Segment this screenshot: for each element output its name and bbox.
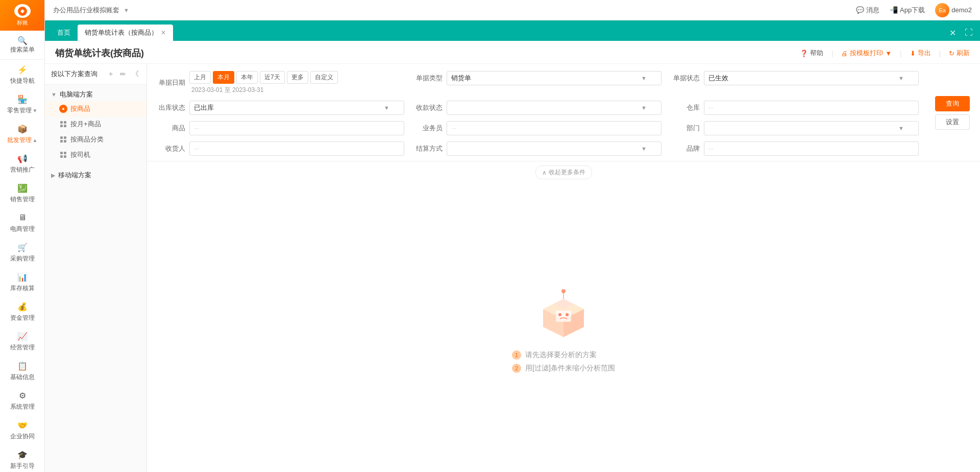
tab-close-all-button[interactable]: ✕: [946, 27, 959, 39]
sidebar-item-purchase[interactable]: 🛒 采购管理: [0, 238, 44, 267]
date-last7-btn[interactable]: 近7天: [260, 71, 285, 84]
sidebar-item-operation[interactable]: 📈 经营管理: [0, 326, 44, 356]
filter-field-doc-type: 单据类型 销货单 ▼: [414, 71, 662, 85]
content-layout: 按以下方案查询 ＋ ✏ 《 ▼ 电脑端方案 ● 按商品: [45, 64, 980, 472]
help-button[interactable]: ❓ 帮助: [800, 49, 823, 58]
product-input[interactable]: ···: [189, 121, 404, 135]
divider-3: |: [939, 50, 941, 57]
sidebar-item-guide[interactable]: 🎓 新手引导: [0, 445, 44, 472]
empty-hint-1-text: 请先选择要分析的方案: [525, 350, 597, 360]
salesperson-input[interactable]: ···: [447, 121, 662, 135]
download-action[interactable]: 📲 App下载: [890, 6, 925, 15]
date-this-month-btn[interactable]: 本月: [213, 71, 234, 84]
scheme-item-by-cashier[interactable]: 按司机: [45, 147, 146, 162]
sidebar-item-basic[interactable]: 📋 基础信息: [0, 356, 44, 386]
user-action[interactable]: Ea demo2: [935, 3, 972, 17]
brand-input[interactable]: ···: [704, 141, 919, 156]
tab-fullscreen-button[interactable]: ⛶: [963, 27, 975, 39]
date-more-btn[interactable]: 更多: [287, 71, 308, 84]
filter-field-receipt-status: 收款状态 ▼: [414, 101, 662, 115]
message-action[interactable]: 💬 消息: [856, 6, 879, 15]
empty-hint-2-num: 2: [512, 364, 521, 373]
doc-status-select[interactable]: 已生效 ▼: [704, 71, 919, 85]
receipt-status-control: ▼: [447, 101, 662, 115]
refresh-button[interactable]: ↻ 刷新: [949, 49, 970, 58]
recipient-ellipsis: ···: [194, 145, 199, 152]
export-icon: ⬇: [910, 50, 916, 57]
doc-type-select[interactable]: 销货单 ▼: [447, 71, 662, 85]
scheme-add-button[interactable]: ＋: [106, 69, 116, 79]
tab-active-label: 销货单统计表（按商品）: [85, 28, 158, 37]
sidebar-item-inventory[interactable]: 📊 库存核算: [0, 267, 44, 297]
recipient-control: ···: [189, 141, 404, 156]
filter-area-wrapper: 单据日期 上月 本月 本年 近7天 更多 自定义: [147, 64, 980, 161]
export-button[interactable]: ⬇ 导出: [910, 49, 931, 58]
tab-bar: 首页 销货单统计表（按商品） ✕ ✕ ⛶: [45, 20, 980, 41]
salesperson-control: ···: [447, 121, 662, 135]
tab-active[interactable]: 销货单统计表（按商品） ✕: [78, 25, 173, 41]
scheme-item-by-category[interactable]: 按商品分类: [45, 132, 146, 147]
guide-label: 新手引导: [10, 462, 35, 470]
sidebar-item-sales[interactable]: 💹 销售管理: [0, 178, 44, 208]
retail-icon: 🏪: [17, 93, 28, 105]
scheme-group-mobile-title[interactable]: ▶ 移动端方案: [45, 169, 146, 182]
scheme-group-desktop-title[interactable]: ▼ 电脑端方案: [45, 88, 146, 101]
filter-field-recipient: 收货人 ···: [157, 141, 404, 156]
out-status-arrow: ▼: [384, 105, 389, 111]
out-status-control: 已出库 ▼: [189, 101, 404, 115]
sidebar-item-quick-nav[interactable]: ⚡ 快捷导航: [0, 60, 44, 89]
scheme-item-by-product-icon: ●: [59, 105, 67, 113]
empty-icon: [533, 281, 594, 342]
doc-type-value: 销货单: [451, 74, 471, 83]
search-menu[interactable]: 🔍 搜索菜单: [0, 31, 44, 60]
warehouse-label: 仓库: [672, 103, 700, 112]
doc-type-label: 单据类型: [414, 74, 443, 83]
out-status-select[interactable]: 已出库 ▼: [189, 101, 404, 115]
scheme-edit-button[interactable]: ✏: [118, 69, 128, 79]
sidebar-item-finance[interactable]: 💰 资金管理: [0, 297, 44, 326]
print-button[interactable]: 🖨 按模板打印 ▼: [841, 49, 892, 58]
message-icon: 💬: [856, 6, 864, 14]
collapse-filter-button[interactable]: ∧ 收起更多条件: [535, 166, 592, 179]
date-last-month-btn[interactable]: 上月: [189, 71, 211, 84]
scheme-collapse-button[interactable]: 《: [130, 69, 140, 79]
receipt-status-select[interactable]: ▼: [447, 101, 662, 115]
department-select[interactable]: ▼: [704, 121, 919, 135]
inventory-icon: 📊: [17, 271, 28, 282]
empty-hint-1-num: 1: [512, 350, 521, 360]
scheme-item-by-month-product[interactable]: 按月+商品: [45, 116, 146, 132]
industry-dropdown-arrow[interactable]: ▼: [124, 7, 129, 13]
enterprise-icon: 🤝: [17, 419, 28, 431]
scheme-item-by-product[interactable]: ● 按商品: [45, 101, 146, 116]
sidebar-item-system[interactable]: ⚙ 系统管理: [0, 386, 44, 415]
scheme-header-actions: ＋ ✏ 《: [106, 69, 140, 79]
query-buttons: 查询 设置: [935, 96, 970, 130]
warehouse-input[interactable]: ···: [704, 101, 919, 115]
help-label: 帮助: [810, 49, 823, 58]
empty-hint-1: 1 请先选择要分析的方案: [512, 350, 615, 360]
warehouse-control: ···: [704, 101, 919, 115]
tab-home[interactable]: 首页: [50, 25, 78, 41]
settings-button[interactable]: 设置: [935, 114, 970, 130]
purchase-icon: 🛒: [17, 242, 28, 253]
settlement-select[interactable]: ▼: [447, 141, 662, 156]
tab-close-button[interactable]: ✕: [161, 29, 166, 36]
print-icon: 🖨: [841, 50, 848, 57]
date-custom-btn[interactable]: 自定义: [310, 71, 338, 84]
date-label: 单据日期: [157, 78, 185, 87]
sidebar-item-wholesale[interactable]: 📦 批发管理 ▲: [0, 119, 44, 149]
svg-point-8: [566, 313, 569, 316]
sidebar-item-marketing[interactable]: 📢 营销推广: [0, 149, 44, 178]
date-this-year-btn[interactable]: 本年: [236, 71, 258, 84]
sidebar-item-enterprise[interactable]: 🤝 企业协同: [0, 415, 44, 445]
salesperson-label: 业务员: [414, 124, 443, 133]
sidebar-item-retail[interactable]: 🏪 零售管理 ▼: [0, 89, 44, 119]
query-button[interactable]: 查询: [935, 96, 970, 111]
basic-icon: 📋: [17, 360, 28, 371]
date-range-text: 2023-03-01 至 2023-03-31: [191, 86, 263, 95]
sidebar-item-ecommerce[interactable]: 🖥 电商管理: [0, 208, 44, 238]
search-menu-label: 搜索菜单: [0, 45, 44, 54]
filter-field-warehouse: 仓库 ···: [672, 101, 919, 115]
recipient-input[interactable]: ···: [189, 141, 404, 156]
header-left: 办公用品行业模拟账套 ▼: [53, 6, 129, 15]
